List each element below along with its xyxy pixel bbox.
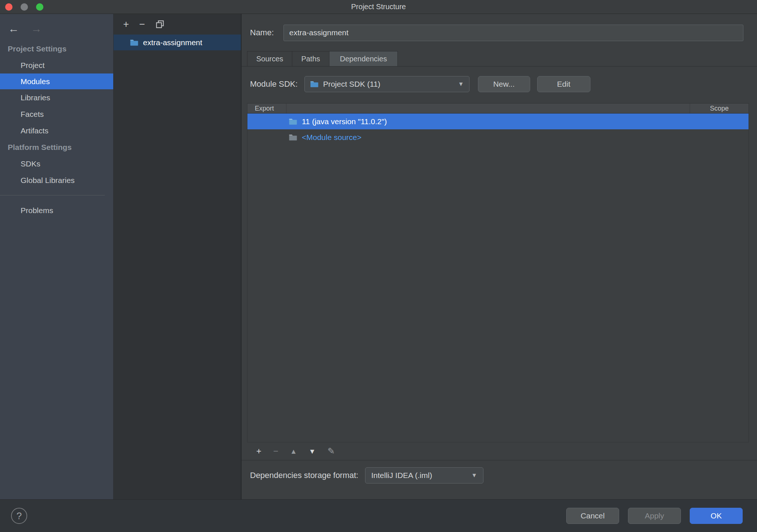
dependencies-toolbar: + − ▲ ▼ ✎	[242, 442, 757, 460]
name-row: Name:	[250, 24, 743, 41]
forward-icon[interactable]: →	[31, 23, 42, 34]
remove-module-icon[interactable]: −	[139, 19, 145, 29]
group-header-project-settings: Project Settings	[0, 40, 113, 57]
sidebar-item-modules[interactable]: Modules	[0, 73, 113, 89]
close-button[interactable]	[5, 3, 13, 11]
footer-buttons: Cancel Apply OK	[566, 508, 743, 524]
module-list-toolbar: + −	[114, 14, 241, 35]
module-sdk-row: Module SDK: Project SDK (11) ▼ New... Ed…	[250, 76, 757, 92]
module-source-folder-icon	[289, 133, 297, 142]
bottom-padding	[242, 484, 757, 499]
name-label: Name:	[250, 28, 274, 37]
sidebar-item-problems[interactable]: Problems	[0, 202, 113, 219]
apply-button[interactable]: Apply	[628, 508, 681, 524]
scope-column-header: Scope	[690, 104, 749, 113]
tab-sources[interactable]: Sources	[247, 51, 292, 66]
minimize-button[interactable]	[21, 3, 28, 11]
traffic-lights	[5, 0, 43, 14]
zoom-button[interactable]	[36, 3, 43, 11]
module-sdk-select[interactable]: Project SDK (11) ▼	[304, 76, 469, 92]
cancel-button[interactable]: Cancel	[566, 508, 619, 524]
titlebar: Project Structure	[0, 0, 757, 14]
module-name: extra-assignment	[143, 38, 202, 47]
storage-format-label: Dependencies storage format:	[250, 471, 358, 480]
sidebar-divider	[0, 195, 105, 195]
move-down-icon[interactable]: ▼	[309, 448, 316, 455]
sdk-new-button[interactable]: New...	[478, 76, 530, 92]
sdk-edit-button[interactable]: Edit	[537, 76, 590, 92]
remove-dependency-icon[interactable]: −	[273, 447, 278, 456]
sidebar-item-facets[interactable]: Facets	[0, 106, 113, 122]
storage-divider	[242, 460, 757, 460]
dialog-footer: ? Cancel Apply OK	[0, 499, 757, 532]
dependency-row-label: <Module source>	[302, 133, 361, 142]
export-column-header: Export	[247, 104, 286, 113]
dependency-row-label: 11 (java version "11.0.2")	[302, 117, 387, 126]
storage-format-row: Dependencies storage format: IntelliJ ID…	[250, 467, 757, 484]
module-folder-icon	[130, 38, 139, 47]
module-list-panel: + − extra-assignment	[113, 14, 242, 499]
dependencies-table-header: Export Scope	[247, 104, 749, 114]
add-module-icon[interactable]: +	[123, 19, 129, 29]
sidebar-item-global-libraries[interactable]: Global Libraries	[0, 172, 113, 188]
group-header-platform-settings: Platform Settings	[0, 139, 113, 155]
edit-dependency-icon[interactable]: ✎	[328, 447, 335, 456]
module-editor-panel: Name: Sources Paths Dependencies Module …	[242, 14, 757, 499]
copy-module-icon[interactable]	[156, 20, 164, 29]
sdk-folder-icon	[310, 80, 319, 89]
dependencies-table: Export Scope 11 (java version "11.0.2")	[247, 103, 749, 442]
settings-sidebar: ← → Project Settings Project Modules Lib…	[0, 14, 113, 499]
module-tabs: Sources Paths Dependencies	[242, 51, 757, 66]
dependency-row-module-source[interactable]: <Module source>	[247, 129, 749, 145]
dependency-row-jdk[interactable]: 11 (java version "11.0.2")	[247, 114, 749, 129]
help-button[interactable]: ?	[11, 508, 27, 524]
ok-button[interactable]: OK	[690, 508, 743, 524]
tab-dependencies[interactable]: Dependencies	[329, 51, 398, 66]
chevron-down-icon: ▼	[468, 472, 477, 479]
sidebar-item-libraries[interactable]: Libraries	[0, 89, 113, 106]
dependency-column-header	[286, 104, 690, 113]
move-up-icon[interactable]: ▲	[290, 448, 297, 455]
module-list-item-extra-assignment[interactable]: extra-assignment	[114, 35, 241, 50]
storage-format-select[interactable]: IntelliJ IDEA (.iml) ▼	[365, 467, 483, 484]
window-title: Project Structure	[351, 3, 406, 11]
storage-format-value: IntelliJ IDEA (.iml)	[371, 471, 432, 480]
tab-paths[interactable]: Paths	[292, 51, 329, 66]
chevron-down-icon: ▼	[454, 81, 464, 87]
add-dependency-icon[interactable]: +	[256, 447, 261, 456]
history-nav: ← →	[0, 21, 113, 37]
module-name-input[interactable]	[283, 25, 743, 41]
project-structure-window: Project Structure ← → Project Settings P…	[0, 0, 757, 532]
jdk-folder-icon	[289, 117, 297, 126]
sidebar-item-sdks[interactable]: SDKs	[0, 155, 113, 172]
module-sdk-label: Module SDK:	[250, 79, 298, 89]
sidebar-item-project[interactable]: Project	[0, 57, 113, 73]
module-sdk-value: Project SDK (11)	[323, 80, 381, 89]
sidebar-item-artifacts[interactable]: Artifacts	[0, 122, 113, 139]
back-icon[interactable]: ←	[8, 23, 19, 34]
copy-icon	[156, 20, 164, 29]
